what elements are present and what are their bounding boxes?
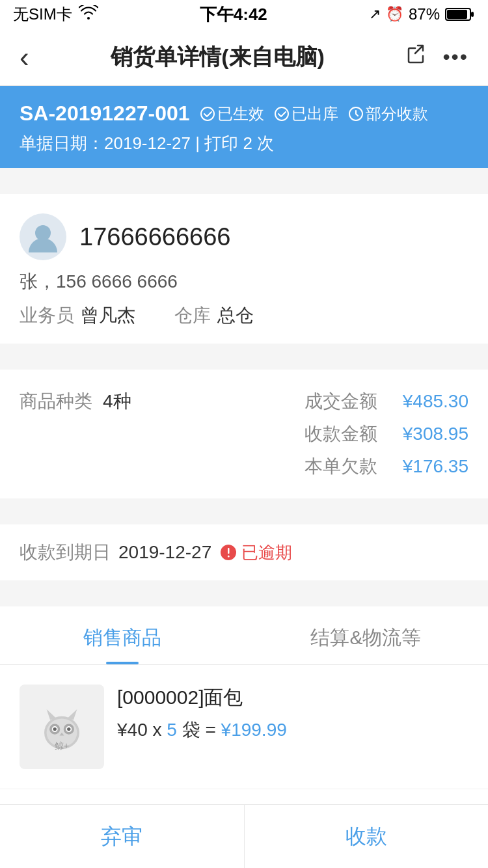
svg-point-4 <box>275 107 288 120</box>
svg-point-9 <box>228 556 230 558</box>
summary-right: 成交金额 ¥485.30 收款金额 ¥308.95 本单欠款 ¥176.35 <box>305 389 468 479</box>
status-bar-time: 下午4:42 <box>200 3 267 26</box>
svg-point-17 <box>67 727 70 731</box>
warehouse-item: 仓库 总仓 <box>174 303 254 328</box>
owed-value: ¥176.35 <box>390 456 468 477</box>
tabs-section: 销售商品 结算&物流等 <box>0 606 488 665</box>
sales-item: 业务员 曾凡杰 <box>20 303 135 328</box>
svg-rect-1 <box>447 10 467 19</box>
type-label: 商品种类 <box>20 389 92 414</box>
due-section: 收款到期日 2019-12-27 已逾期 <box>0 524 488 580</box>
wifi-icon <box>79 5 98 23</box>
nav-actions: ••• <box>406 44 468 70</box>
carrier-text: 无SIM卡 <box>13 4 72 25</box>
summary-left: 商品种类 4种 <box>20 389 131 414</box>
customer-avatar <box>20 213 66 260</box>
svg-point-3 <box>201 107 214 120</box>
back-button[interactable]: ‹ <box>20 41 29 74</box>
confirm-button[interactable]: 收款 <box>245 805 489 868</box>
due-date: 2019-12-27 <box>118 542 211 563</box>
svg-marker-20 <box>68 709 77 720</box>
received-value: ¥308.95 <box>390 424 468 444</box>
sales-label: 业务员 <box>20 303 74 328</box>
page-title: 销货单详情(来自电脑) <box>111 42 325 72</box>
more-icon[interactable]: ••• <box>442 45 468 69</box>
order-meta: 单据日期：2019-12-27 | 打印 2 次 <box>20 132 468 155</box>
received-label: 收款金额 <box>305 422 377 446</box>
customer-phone: 17666666666 <box>79 223 230 251</box>
product-item: 鲸+ [0000002]面包 ¥40 x 5 袋 = ¥199.99 <box>0 665 488 789</box>
amount-value: ¥485.30 <box>390 391 468 412</box>
owed-label: 本单欠款 <box>305 454 377 479</box>
cancel-button[interactable]: 弃审 <box>0 805 245 868</box>
product-price-1: ¥40 <box>117 720 148 740</box>
svg-point-16 <box>53 727 57 731</box>
tab-sales-products[interactable]: 销售商品 <box>0 606 244 664</box>
battery-icon <box>445 7 475 22</box>
svg-text:鲸+: 鲸+ <box>55 740 69 751</box>
svg-rect-2 <box>471 12 474 17</box>
location-icon: ↗ <box>369 6 381 23</box>
svg-marker-19 <box>47 709 56 720</box>
due-label: 收款到期日 <box>20 540 111 565</box>
status-bar-right: ↗ ⏰ 87% <box>369 5 475 23</box>
product-unit-1: 袋 <box>182 720 200 740</box>
customer-section: 17666666666 张，156 6666 6666 业务员 曾凡杰 仓库 总… <box>0 194 488 344</box>
amount-row: 成交金额 ¥485.30 <box>305 389 468 414</box>
tab-settlement[interactable]: 结算&物流等 <box>244 606 488 664</box>
customer-detail-row: 业务员 曾凡杰 仓库 总仓 <box>20 303 468 328</box>
tabs-row: 销售商品 结算&物流等 <box>0 606 488 664</box>
summary-section: 商品种类 4种 成交金额 ¥485.30 收款金额 ¥308.95 本单欠款 ¥… <box>0 370 488 498</box>
battery-text: 87% <box>409 5 440 23</box>
share-icon[interactable] <box>406 44 427 70</box>
product-price-row-1: ¥40 x 5 袋 = ¥199.99 <box>117 718 468 742</box>
amount-label: 成交金额 <box>305 389 377 414</box>
product-info-1: [0000002]面包 ¥40 x 5 袋 = ¥199.99 <box>117 685 468 742</box>
type-value: 4种 <box>103 389 131 414</box>
warehouse-label: 仓库 <box>174 303 211 328</box>
sales-value: 曾凡杰 <box>81 303 135 328</box>
tab-active-indicator <box>106 662 139 664</box>
overdue-text: 已逾期 <box>241 541 292 564</box>
owed-row: 本单欠款 ¥176.35 <box>305 454 468 479</box>
product-name-1: [0000002]面包 <box>117 685 468 711</box>
received-row: 收款金额 ¥308.95 <box>305 422 468 446</box>
status-effective: 已生效 <box>200 103 264 124</box>
warehouse-value: 总仓 <box>217 303 254 328</box>
status-partial-payment: 部分收款 <box>349 103 428 124</box>
product-total-1: ¥199.99 <box>221 720 287 740</box>
status-bar: 无SIM卡 下午4:42 ↗ ⏰ 87% <box>0 0 488 29</box>
svg-rect-8 <box>228 548 230 554</box>
status-shipped: 已出库 <box>275 103 338 124</box>
overdue-badge: 已逾期 <box>219 541 292 564</box>
bottom-bar: 弃审 收款 <box>0 804 488 868</box>
order-banner: SA-20191227-001 已生效 已出库 部分收款 单据日期：2019-1… <box>0 86 488 168</box>
product-thumb-1: 鲸+ <box>20 685 104 769</box>
customer-name: 张，156 6666 6666 <box>20 269 468 294</box>
status-bar-left: 无SIM卡 <box>13 4 98 25</box>
order-number: SA-20191227-001 <box>20 102 190 126</box>
product-qty-1: 5 <box>167 720 177 740</box>
alarm-icon: ⏰ <box>386 6 403 23</box>
nav-bar: ‹ 销货单详情(来自电脑) ••• <box>0 29 488 86</box>
